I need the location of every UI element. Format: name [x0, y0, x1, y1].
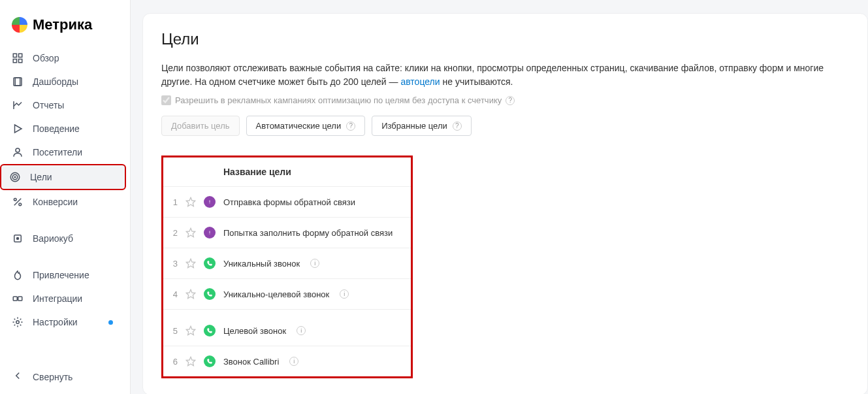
- reports-icon: [12, 99, 24, 111]
- row-number: 4: [170, 289, 178, 299]
- table-row[interactable]: 5Целевой звонокi: [163, 315, 411, 346]
- logo[interactable]: Метрика: [0, 10, 130, 46]
- sidebar-item-label: Дашборды: [33, 76, 78, 87]
- button-row: Добавить цель Автоматические цели ? Избр…: [161, 116, 849, 136]
- sidebar-item-reports[interactable]: Отчеты: [0, 93, 130, 117]
- goal-type-icon: [204, 355, 216, 367]
- row-number: 3: [170, 259, 178, 269]
- sidebar-item-variocube[interactable]: Вариокуб: [0, 227, 130, 250]
- percent-icon: [12, 196, 24, 208]
- svg-rect-3: [19, 59, 22, 63]
- sidebar-item-label: Обзор: [33, 53, 59, 63]
- svg-rect-0: [13, 54, 16, 57]
- sidebar-item-conversions[interactable]: Конверсии: [0, 190, 130, 214]
- collapse-label: Свернуть: [33, 372, 72, 382]
- goal-name: Целевой звонок: [223, 326, 286, 336]
- goals-table: Название цели 1Отправка формы обратной с…: [161, 156, 413, 378]
- autogoals-link[interactable]: автоцели: [400, 76, 440, 87]
- svg-marker-27: [186, 259, 195, 267]
- goal-name: Отправка формы обратной связи: [223, 197, 355, 207]
- table-row[interactable]: 3Уникальный звонокi: [163, 248, 411, 279]
- svg-point-18: [16, 321, 20, 324]
- svg-marker-23: [186, 228, 195, 237]
- notification-dot-icon: [108, 320, 113, 325]
- star-icon[interactable]: [185, 258, 196, 269]
- main-area: Цели Цели позволяют отслеживать важные с…: [131, 0, 868, 394]
- user-icon: [12, 146, 24, 158]
- sidebar-item-behavior[interactable]: Поведение: [0, 117, 130, 140]
- favorite-goals-button[interactable]: Избранные цели ?: [372, 116, 472, 136]
- sidebar-item-label: Посетители: [33, 147, 82, 157]
- svg-point-13: [19, 203, 22, 206]
- star-icon[interactable]: [185, 289, 196, 299]
- sidebar-item-integrations[interactable]: Интеграции: [0, 287, 130, 310]
- svg-line-11: [14, 199, 22, 206]
- goal-type-icon: [204, 257, 216, 269]
- star-icon[interactable]: [185, 356, 196, 367]
- svg-marker-28: [186, 289, 195, 298]
- info-icon[interactable]: i: [310, 259, 319, 268]
- svg-rect-26: [210, 234, 210, 235]
- svg-rect-2: [13, 59, 16, 63]
- sidebar-item-goals[interactable]: Цели: [0, 164, 126, 190]
- permission-label: Разрешить в рекламных кампаниях оптимиза…: [175, 95, 502, 105]
- permission-checkbox[interactable]: [161, 95, 171, 105]
- sidebar-item-label: Вариокуб: [33, 233, 73, 244]
- svg-rect-16: [13, 297, 17, 301]
- sidebar-item-overview[interactable]: Обзор: [0, 46, 130, 70]
- goal-type-icon: [204, 288, 216, 300]
- row-number: 5: [170, 326, 178, 336]
- svg-rect-22: [210, 203, 210, 204]
- sidebar-item-settings[interactable]: Настройки: [0, 310, 130, 334]
- goal-type-icon: [204, 325, 216, 337]
- svg-point-12: [14, 198, 16, 201]
- dashboard-icon: [12, 76, 24, 88]
- star-icon[interactable]: [185, 227, 196, 238]
- sidebar-item-label: Отчеты: [33, 100, 64, 110]
- help-icon[interactable]: ?: [506, 96, 515, 105]
- svg-marker-29: [186, 326, 195, 335]
- goal-name: Попытка заполнить форму обратной связи: [223, 228, 393, 238]
- star-icon[interactable]: [185, 325, 196, 336]
- svg-marker-6: [15, 125, 22, 133]
- sidebar-item-label: Интеграции: [33, 293, 82, 304]
- info-icon[interactable]: i: [297, 326, 306, 335]
- svg-rect-1: [19, 54, 22, 57]
- sidebar-item-label: Цели: [30, 172, 52, 182]
- auto-goals-button[interactable]: Автоматические цели ?: [246, 116, 366, 136]
- table-row[interactable]: 6Звонок Callibrii: [163, 346, 411, 376]
- svg-rect-17: [18, 297, 22, 301]
- sidebar-item-label: Поведение: [33, 123, 80, 134]
- sidebar-item-visitors[interactable]: Посетители: [0, 140, 130, 164]
- permission-row: Разрешить в рекламных кампаниях оптимиза…: [161, 95, 849, 105]
- goal-type-icon: [204, 196, 216, 208]
- table-row[interactable]: 1Отправка формы обратной связи: [163, 187, 411, 218]
- content-card: Цели Цели позволяют отслеживать важные с…: [142, 13, 868, 394]
- collapse-button[interactable]: Свернуть: [0, 362, 130, 394]
- table-row[interactable]: 4Уникально-целевой звонокi: [163, 279, 411, 310]
- help-icon: ?: [346, 122, 355, 131]
- add-goal-button[interactable]: Добавить цель: [161, 116, 240, 136]
- row-number: 2: [170, 228, 178, 238]
- info-icon[interactable]: i: [340, 289, 349, 299]
- target-icon: [9, 171, 21, 183]
- page-title: Цели: [161, 30, 849, 48]
- goal-name: Уникально-целевой звонок: [223, 289, 329, 299]
- svg-point-10: [14, 176, 16, 178]
- svg-marker-19: [186, 197, 195, 206]
- svg-marker-30: [186, 357, 195, 365]
- info-icon[interactable]: i: [289, 357, 298, 366]
- star-icon[interactable]: [185, 197, 196, 207]
- svg-rect-21: [210, 201, 210, 203]
- table-row[interactable]: 2Попытка заполнить форму обратной связи: [163, 218, 411, 248]
- goal-name: Звонок Callibri: [223, 357, 279, 367]
- sidebar-item-dashboards[interactable]: Дашборды: [0, 70, 130, 93]
- svg-point-7: [16, 148, 20, 152]
- chevron-left-icon: [12, 370, 24, 384]
- description: Цели позволяют отслеживать важные событи…: [161, 61, 849, 89]
- fire-icon: [12, 269, 24, 281]
- sidebar-item-acquisition[interactable]: Привлечение: [0, 263, 130, 287]
- integration-icon: [12, 293, 24, 304]
- svg-point-15: [17, 238, 19, 240]
- goal-name: Уникальный звонок: [223, 259, 300, 269]
